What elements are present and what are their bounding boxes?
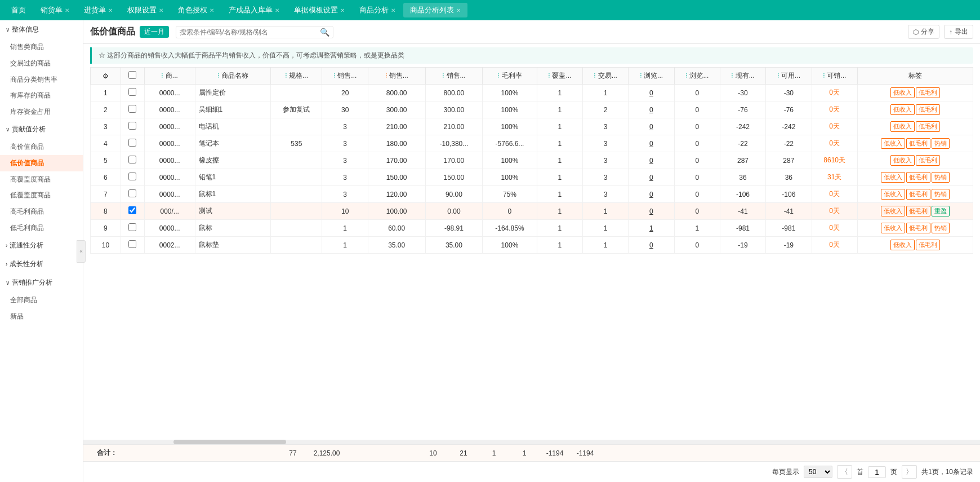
scrollbar-thumb[interactable] xyxy=(173,440,286,444)
th-spec[interactable]: ⁝ 规格... xyxy=(271,68,322,85)
browse1-value[interactable]: 0 xyxy=(649,191,653,198)
checkbox-cell[interactable] xyxy=(121,203,144,220)
row-checkbox[interactable] xyxy=(128,156,136,163)
sidebar-item-category-sales[interactable]: 商品分类销售率 xyxy=(0,72,83,88)
close-icon[interactable]: ✕ xyxy=(65,7,69,14)
sale-qty-cell: 10 xyxy=(322,203,368,220)
th-sale-qty[interactable]: ⁝ 销售... xyxy=(322,68,368,85)
sidebar-item-new-goods[interactable]: 新品 xyxy=(0,308,83,325)
close-icon[interactable]: ✕ xyxy=(108,7,113,14)
next-page-button[interactable]: 〉 xyxy=(902,465,917,479)
browse1-value[interactable]: 0 xyxy=(649,241,653,249)
nav-purchase-order[interactable]: 进货单 ✕ xyxy=(77,3,119,17)
nav-template[interactable]: 单据模板设置 ✕ xyxy=(287,3,351,17)
close-icon[interactable]: ✕ xyxy=(340,7,345,14)
browse1-value[interactable]: 0 xyxy=(649,174,653,182)
th-coverage[interactable]: ⁝ 覆盖... xyxy=(537,68,582,85)
row-checkbox[interactable] xyxy=(128,206,136,214)
per-page-select[interactable]: 50 100 200 xyxy=(804,466,832,478)
browse1-value[interactable]: 0 xyxy=(649,207,653,215)
search-icon[interactable]: 🔍 xyxy=(320,28,329,37)
th-trade[interactable]: ⁝ 交易... xyxy=(582,68,628,85)
checkbox-cell[interactable] xyxy=(121,101,144,118)
sale-cost-cell: 150.00 xyxy=(425,169,483,186)
sidebar-collapse-button[interactable]: « xyxy=(77,240,86,263)
row-checkbox[interactable] xyxy=(128,189,136,197)
th-browse1[interactable]: ⁝ 浏览... xyxy=(629,68,674,85)
sidebar-item-traded-goods[interactable]: 交易过的商品 xyxy=(0,55,83,72)
browse1-value[interactable]: 0 xyxy=(649,89,653,97)
sidebar-item-low-margin[interactable]: 低毛利商品 xyxy=(0,220,83,236)
row-checkbox[interactable] xyxy=(128,173,136,180)
th-salable[interactable]: ⁝ 可销... xyxy=(812,68,857,85)
search-input[interactable] xyxy=(180,28,320,36)
th-checkbox[interactable] xyxy=(121,68,144,85)
checkbox-cell[interactable] xyxy=(121,169,144,186)
sidebar-item-high-margin[interactable]: 高毛利商品 xyxy=(0,204,83,220)
nav-sales-order[interactable]: 销货单 ✕ xyxy=(34,3,76,17)
th-usable[interactable]: ⁝ 可用... xyxy=(766,68,812,85)
close-icon[interactable]: ✕ xyxy=(159,7,163,14)
page-number-input[interactable] xyxy=(868,466,886,478)
close-icon[interactable]: ✕ xyxy=(391,7,395,14)
browse1-value[interactable]: 0 xyxy=(649,106,653,114)
browse1-value[interactable]: 0 xyxy=(649,140,653,148)
sidebar-section-contribution[interactable]: ∨ 贡献值分析 xyxy=(0,120,83,139)
sidebar-item-high-coverage[interactable]: 高覆盖度商品 xyxy=(0,171,83,188)
nav-product-analysis-list[interactable]: 商品分析列表 ✕ xyxy=(403,3,467,17)
period-button[interactable]: 近一月 xyxy=(140,26,169,38)
row-checkbox[interactable] xyxy=(128,139,136,147)
nav-permission[interactable]: 权限设置 ✕ xyxy=(121,3,170,17)
checkbox-cell[interactable] xyxy=(121,186,144,203)
th-stock[interactable]: ⁝ 现有... xyxy=(720,68,765,85)
th-sale-amt[interactable]: ⁝ 销售... xyxy=(368,68,425,85)
row-checkbox[interactable] xyxy=(128,88,136,96)
sidebar-item-low-value[interactable]: 低价值商品 xyxy=(0,155,83,171)
sidebar-section-flow[interactable]: › 流通性分析 xyxy=(0,236,83,255)
nav-role[interactable]: 角色授权 ✕ xyxy=(171,3,221,17)
browse1-value[interactable]: 0 xyxy=(649,157,653,165)
th-sale-cost[interactable]: ⁝ 销售... xyxy=(425,68,483,85)
th-code[interactable]: ⁝ 商... xyxy=(144,68,195,85)
row-checkbox[interactable] xyxy=(128,223,136,231)
sidebar-item-high-value[interactable]: 高价值商品 xyxy=(0,139,83,155)
checkbox-cell[interactable] xyxy=(121,220,144,237)
browse1-value[interactable]: 1 xyxy=(649,224,653,232)
nav-product-analysis[interactable]: 商品分析 ✕ xyxy=(353,3,402,17)
close-icon[interactable]: ✕ xyxy=(210,7,214,14)
sidebar-item-sales-goods[interactable]: 销售类商品 xyxy=(0,39,83,55)
usable-cell: -76 xyxy=(766,101,812,118)
gear-icon[interactable]: ⚙ xyxy=(103,72,109,80)
checkbox-cell[interactable] xyxy=(121,135,144,152)
row-checkbox[interactable] xyxy=(128,105,136,113)
export-button[interactable]: ↑ 导出 xyxy=(944,25,973,39)
tag-badge: 低收入 xyxy=(881,189,905,200)
sidebar-section-marketing[interactable]: ∨ 营销推广分析 xyxy=(0,273,83,292)
seq-cell: 5 xyxy=(91,152,121,169)
close-icon[interactable]: ✕ xyxy=(456,7,461,14)
first-page-button[interactable]: 〈 xyxy=(837,465,852,479)
checkbox-cell[interactable] xyxy=(121,152,144,169)
share-button[interactable]: ⬡ 分享 xyxy=(908,25,939,39)
close-icon[interactable]: ✕ xyxy=(275,7,279,14)
sidebar-section-overall[interactable]: ∨ 整体信息 xyxy=(0,20,83,39)
nav-product-stock[interactable]: 产成品入库单 ✕ xyxy=(222,3,286,17)
checkbox-cell[interactable] xyxy=(121,118,144,135)
sidebar-section-growth[interactable]: › 成长性分析 xyxy=(0,255,83,273)
checkbox-cell[interactable] xyxy=(121,237,144,254)
th-name[interactable]: ⁝ 商品名称 xyxy=(195,68,271,85)
sidebar-item-all-goods[interactable]: 全部商品 xyxy=(0,292,83,308)
th-settings[interactable]: ⚙ xyxy=(91,68,121,85)
sidebar-item-low-coverage[interactable]: 低覆盖度商品 xyxy=(0,187,83,204)
th-browse2[interactable]: ⁝ 浏览... xyxy=(674,68,720,85)
browse1-value[interactable]: 0 xyxy=(649,123,653,131)
nav-home[interactable]: 首页 xyxy=(5,3,33,17)
sidebar-item-stock-capital[interactable]: 库存资金占用 xyxy=(0,104,83,120)
row-checkbox[interactable] xyxy=(128,122,136,130)
select-all-checkbox[interactable] xyxy=(128,71,136,79)
row-checkbox[interactable] xyxy=(128,240,136,248)
checkbox-cell[interactable] xyxy=(121,85,144,101)
horizontal-scrollbar[interactable] xyxy=(83,440,980,444)
th-gross[interactable]: ⁝ 毛利率 xyxy=(483,68,537,85)
sidebar-item-stock-goods[interactable]: 有库存的商品 xyxy=(0,87,83,104)
